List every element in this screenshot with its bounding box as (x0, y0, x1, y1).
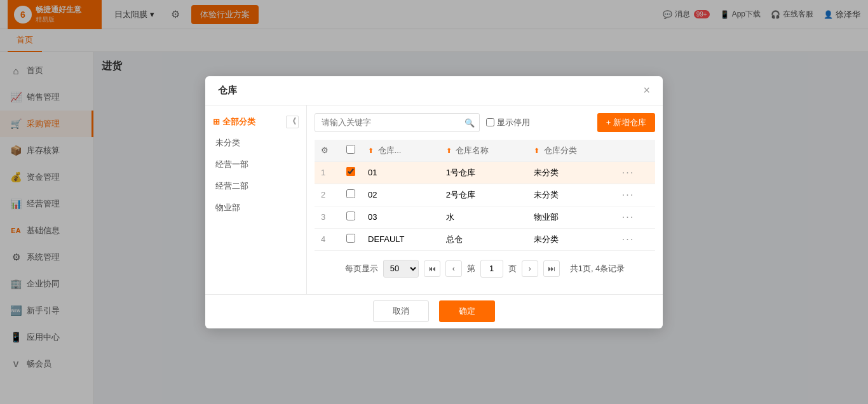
modal-close-button[interactable]: × (643, 84, 650, 97)
row-checkbox-2[interactable] (346, 189, 355, 198)
warehouse-table: ⚙ ⬆ 仓库... ⬆ 仓库名称 (315, 140, 655, 251)
row-cat-3: 物业部 (527, 206, 616, 228)
row-checkbox-3[interactable] (346, 212, 355, 220)
table-row[interactable]: 2 02 2号仓库 未分类 ··· (315, 184, 655, 206)
row-action-2[interactable]: ··· (616, 184, 655, 206)
check-cell-4 (340, 228, 362, 250)
row-num-1: 1 (315, 161, 340, 184)
row-action-1[interactable]: ··· (616, 161, 655, 184)
modal-body: ⊞ 全部分类 《 未分类 经营一部 经营二部 物业部 (205, 105, 663, 294)
per-page-select[interactable]: 50 10 20 100 (383, 260, 419, 278)
confirm-button[interactable]: 确定 (439, 300, 495, 322)
row-checkbox-4[interactable] (346, 234, 355, 243)
row-name-3: 水 (440, 206, 528, 228)
category-header: ⊞ 全部分类 《 (205, 112, 306, 132)
row-name-4: 总仓 (440, 228, 528, 250)
th-gear: ⚙ (315, 140, 340, 162)
table-header: ⚙ ⬆ 仓库... ⬆ 仓库名称 (315, 140, 655, 162)
prev-page-button[interactable]: ‹ (445, 260, 462, 277)
row-action-4[interactable]: ··· (616, 228, 655, 250)
modal-overlay[interactable]: 仓库 × ⊞ 全部分类 《 未分类 经营一部 (0, 0, 868, 404)
category-item-dept2[interactable]: 经营二部 (205, 175, 306, 197)
row-action-3[interactable]: ··· (616, 206, 655, 228)
last-page-button[interactable]: ⏭ (543, 260, 560, 277)
row-cat-1: 未分类 (527, 161, 616, 184)
th-category: ⬆ 仓库分类 (527, 140, 616, 162)
modal-footer: 取消 确定 (205, 294, 663, 328)
next-page-button[interactable]: › (522, 260, 538, 277)
show-disabled-checkbox[interactable] (486, 118, 494, 126)
all-categories-label[interactable]: 全部分类 (222, 116, 255, 128)
row-num-2: 2 (315, 184, 340, 206)
row-code-3: 03 (362, 206, 440, 228)
row-checkbox-1[interactable] (346, 167, 355, 176)
table-row[interactable]: 3 03 水 物业部 ··· (315, 206, 655, 228)
show-disabled-checkbox-label[interactable]: 显示停用 (486, 117, 530, 128)
category-item-property[interactable]: 物业部 (205, 197, 306, 219)
th-actions (616, 140, 655, 162)
search-input[interactable] (315, 113, 480, 132)
row-code-2: 02 (362, 184, 440, 206)
category-panel: ⊞ 全部分类 《 未分类 经营一部 经营二部 物业部 (205, 105, 307, 294)
row-cat-2: 未分类 (527, 184, 616, 206)
th-check (340, 140, 362, 162)
search-input-wrap: 🔍 (315, 113, 480, 132)
th-name: ⬆ 仓库名称 (440, 140, 528, 162)
modal-title: 仓库 (218, 84, 237, 97)
row-code-4: DEFAULT (362, 228, 440, 250)
check-cell-2 (340, 184, 362, 206)
first-page-button[interactable]: ⏮ (424, 260, 440, 277)
content-panel: 🔍 显示停用 + 新增仓库 ⚙ (307, 105, 663, 294)
pagination-area: 每页显示 50 10 20 100 ⏮ ‹ 第 页 › ⏭ 共1页, 4条记录 (315, 251, 655, 286)
category-collapse-button[interactable]: 《 (286, 116, 299, 128)
warehouse-modal: 仓库 × ⊞ 全部分类 《 未分类 经营一部 (205, 76, 663, 328)
table-container: ⚙ ⬆ 仓库... ⬆ 仓库名称 (315, 140, 655, 251)
sort-icon: ⬆ (368, 147, 374, 154)
search-icon[interactable]: 🔍 (465, 118, 475, 127)
cancel-button[interactable]: 取消 (373, 300, 429, 322)
table-row[interactable]: 1 01 1号仓库 未分类 ··· (315, 161, 655, 184)
table-body: 1 01 1号仓库 未分类 ··· 2 (315, 161, 655, 250)
add-warehouse-button[interactable]: + 新增仓库 (597, 113, 655, 132)
row-num-3: 3 (315, 206, 340, 228)
check-cell-3 (340, 206, 362, 228)
row-name-2: 2号仓库 (440, 184, 528, 206)
page-number-input[interactable] (480, 260, 503, 278)
grid-icon: ⊞ (213, 117, 220, 126)
row-num-4: 4 (315, 228, 340, 250)
sort-icon-name: ⬆ (446, 147, 452, 154)
row-cat-4: 未分类 (527, 228, 616, 250)
table-row[interactable]: 4 DEFAULT 总仓 未分类 ··· (315, 228, 655, 250)
th-code: ⬆ 仓库... (362, 140, 440, 162)
check-cell-1 (340, 161, 362, 184)
row-code-1: 01 (362, 161, 440, 184)
row-name-1: 1号仓库 (440, 161, 528, 184)
modal-header: 仓库 × (205, 76, 663, 105)
sort-icon-cat: ⬆ (534, 147, 539, 154)
category-item-dept1[interactable]: 经营一部 (205, 154, 306, 175)
category-item-unclassified[interactable]: 未分类 (205, 132, 306, 154)
toolbar: 🔍 显示停用 + 新增仓库 (315, 113, 655, 132)
select-all-checkbox[interactable] (346, 145, 355, 154)
